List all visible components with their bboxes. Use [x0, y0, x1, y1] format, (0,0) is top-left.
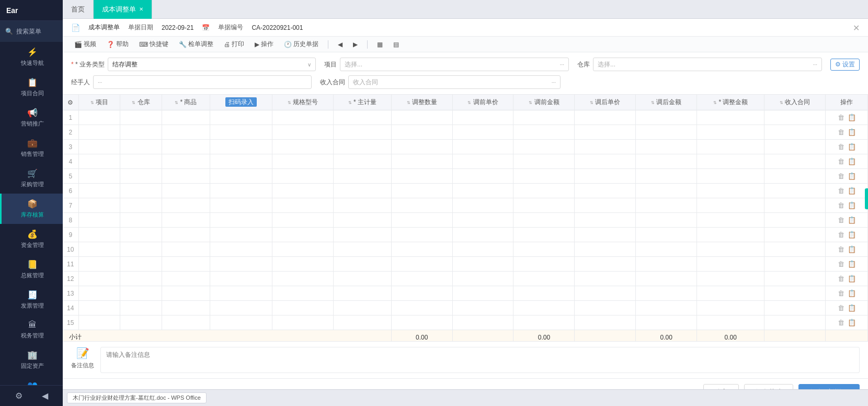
cell-spec[interactable]	[272, 198, 334, 213]
cell-product[interactable]	[162, 213, 210, 228]
cell-adjust-qty[interactable]	[391, 315, 452, 330]
cell-pre-unit-price[interactable]	[452, 228, 513, 242]
cell-unit[interactable]	[334, 125, 392, 140]
sidebar-item-ledger[interactable]: 📒 总账管理	[0, 254, 63, 285]
cell-project[interactable]	[78, 286, 120, 301]
copy-icon[interactable]: 📋	[848, 143, 856, 151]
cell-pre-unit-price[interactable]	[452, 286, 513, 301]
cell-post-amount[interactable]	[636, 140, 697, 154]
cell-adjust-amount[interactable]	[697, 301, 764, 315]
cell-scan[interactable]	[210, 213, 272, 228]
col-spec[interactable]: ⇅ 规格型号	[272, 95, 334, 110]
cell-product[interactable]	[162, 184, 210, 198]
cell-income-contract[interactable]	[764, 125, 826, 140]
cell-scan[interactable]	[210, 272, 272, 286]
cell-warehouse[interactable]	[120, 228, 162, 242]
cell-pre-amount[interactable]	[513, 125, 575, 140]
cell-warehouse[interactable]	[120, 213, 162, 228]
cell-pre-amount[interactable]	[513, 315, 575, 330]
cell-adjust-qty[interactable]	[391, 301, 452, 315]
history-button[interactable]: 🕐 历史单据	[281, 39, 322, 50]
cell-unit[interactable]	[334, 154, 392, 169]
cell-project[interactable]	[78, 301, 120, 315]
operate-button[interactable]: ▶ 操作	[252, 39, 277, 50]
cell-income-contract[interactable]	[764, 242, 826, 257]
cell-spec[interactable]	[272, 125, 334, 140]
cell-income-contract[interactable]	[764, 286, 826, 301]
col-post-unit-price[interactable]: ⇅ 调后单价	[575, 95, 636, 110]
scan-button[interactable]: 扫码录入	[225, 97, 257, 107]
cell-scan[interactable]	[210, 315, 272, 330]
sort-arrows-post-amount[interactable]: ⇅	[651, 100, 655, 105]
cell-income-contract[interactable]	[764, 257, 826, 272]
cell-income-contract[interactable]	[764, 315, 826, 330]
layout2-button[interactable]: ▤	[390, 40, 402, 49]
cell-post-unit-price[interactable]	[575, 125, 636, 140]
cell-income-contract[interactable]	[764, 301, 826, 315]
delete-icon[interactable]: 🗑	[838, 143, 844, 151]
cell-post-unit-price[interactable]	[575, 110, 636, 125]
cell-pre-unit-price[interactable]	[452, 301, 513, 315]
cell-spec[interactable]	[272, 140, 334, 154]
cell-product[interactable]	[162, 272, 210, 286]
cell-product[interactable]	[162, 140, 210, 154]
cell-post-amount[interactable]	[636, 272, 697, 286]
cell-project[interactable]	[78, 184, 120, 198]
cell-product[interactable]	[162, 198, 210, 213]
sort-arrows-pre-amount[interactable]: ⇅	[529, 100, 532, 105]
cell-spec[interactable]	[272, 213, 334, 228]
cell-warehouse[interactable]	[120, 140, 162, 154]
cell-product[interactable]	[162, 301, 210, 315]
copy-icon[interactable]: 📋	[848, 114, 856, 121]
cell-adjust-qty[interactable]	[391, 242, 452, 257]
sidebar-search[interactable]: 🔍 搜索菜单	[0, 21, 63, 42]
collapse-icon[interactable]: ◀	[42, 391, 48, 401]
cell-unit[interactable]	[334, 228, 392, 242]
cell-unit[interactable]	[334, 110, 392, 125]
cell-warehouse[interactable]	[120, 286, 162, 301]
cell-pre-amount[interactable]	[513, 242, 575, 257]
cell-adjust-amount[interactable]	[697, 257, 764, 272]
col-unit[interactable]: ⇅ * 主计量	[334, 95, 392, 110]
cell-adjust-amount[interactable]	[697, 228, 764, 242]
settings-icon[interactable]: ⚙	[15, 391, 22, 401]
delete-icon[interactable]: 🗑	[838, 245, 844, 253]
delete-icon[interactable]: 🗑	[838, 216, 844, 224]
cell-adjust-amount[interactable]	[697, 242, 764, 257]
cell-income-contract[interactable]	[764, 272, 826, 286]
delete-icon[interactable]: 🗑	[838, 201, 844, 209]
copy-icon[interactable]: 📋	[848, 319, 856, 326]
cell-adjust-qty[interactable]	[391, 228, 452, 242]
notes-input[interactable]	[100, 347, 860, 373]
cell-scan[interactable]	[210, 228, 272, 242]
cell-pre-amount[interactable]	[513, 110, 575, 125]
cell-adjust-amount[interactable]	[697, 140, 764, 154]
cell-pre-amount[interactable]	[513, 286, 575, 301]
cell-project[interactable]	[78, 154, 120, 169]
cell-product[interactable]	[162, 242, 210, 257]
cell-unit[interactable]	[334, 140, 392, 154]
copy-icon[interactable]: 📋	[848, 216, 856, 224]
cell-scan[interactable]	[210, 184, 272, 198]
cell-spec[interactable]	[272, 169, 334, 184]
prev-button[interactable]: ◀	[335, 40, 346, 49]
check-adjust-button[interactable]: 🔧 检单调整	[176, 39, 216, 50]
cell-project[interactable]	[78, 228, 120, 242]
cell-post-amount[interactable]	[636, 198, 697, 213]
cell-spec[interactable]	[272, 154, 334, 169]
sort-arrows-unit[interactable]: ⇅	[348, 100, 352, 105]
cell-pre-amount[interactable]	[513, 169, 575, 184]
cell-product[interactable]	[162, 169, 210, 184]
tab-home[interactable]: 首页	[63, 0, 94, 19]
cell-product[interactable]	[162, 125, 210, 140]
cell-project[interactable]	[78, 110, 120, 125]
cell-spec[interactable]	[272, 272, 334, 286]
cell-warehouse[interactable]	[120, 301, 162, 315]
col-adjust-amount[interactable]: ⇅ * 调整金额	[697, 95, 764, 110]
print-button[interactable]: 🖨 打印	[221, 39, 247, 50]
cell-scan[interactable]	[210, 198, 272, 213]
cell-pre-unit-price[interactable]	[452, 257, 513, 272]
cell-spec[interactable]	[272, 315, 334, 330]
tab-close-button[interactable]: ✕	[139, 6, 143, 12]
sidebar-item-invoice[interactable]: 🧾 发票管理	[0, 285, 63, 315]
